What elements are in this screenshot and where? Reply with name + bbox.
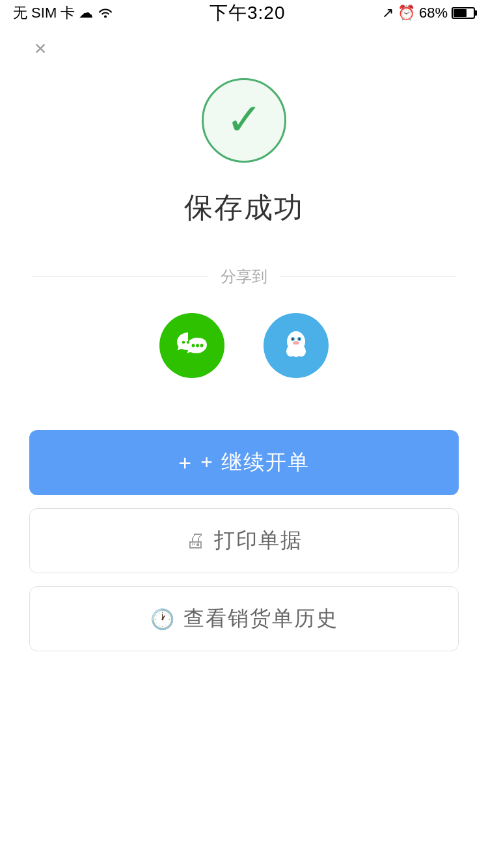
history-icon: 🕐 [150,608,176,631]
svg-point-4 [182,341,185,344]
location-icon: ↗ [382,5,394,21]
battery-icon [452,7,475,19]
history-button[interactable]: 🕐 查看销货单历史 [29,586,459,651]
svg-point-5 [187,341,189,344]
svg-point-13 [287,346,292,353]
svg-point-10 [292,338,294,340]
status-time: 下午3:20 [210,1,286,25]
svg-point-2 [196,344,199,347]
svg-point-1 [192,344,195,347]
wechat-icon [172,326,211,365]
divider-line-right [280,277,455,277]
printer-icon: 🖨 [185,530,206,552]
main-content: ✓ 保存成功 分享到 [0,26,488,868]
status-right: ↗ ⏰ 68% [382,5,475,21]
battery-text: 68% [419,5,448,21]
qq-icon [277,326,316,365]
share-icons-row [159,313,329,378]
svg-point-3 [200,344,204,347]
share-label: 分享到 [208,266,280,287]
divider-line-left [33,277,208,277]
continue-order-label: + 继续开单 [200,448,310,477]
svg-point-11 [299,338,301,340]
share-divider: 分享到 [0,266,488,287]
wechat-share-button[interactable] [159,313,224,378]
wifi-icon [98,5,113,21]
print-label: 打印单据 [214,526,303,555]
success-icon-circle: ✓ [202,78,286,163]
svg-point-14 [300,346,305,353]
continue-order-button[interactable]: + + 继续开单 [29,430,459,495]
history-label: 查看销货单历史 [183,604,338,633]
qq-share-button[interactable] [264,313,329,378]
action-buttons: + + 继续开单 🖨 打印单据 🕐 查看销货单历史 [29,430,459,651]
alarm-icon: ⏰ [398,5,415,21]
no-sim-text: 无 SIM 卡 ☁ [13,3,93,23]
checkmark-icon: ✓ [226,97,263,141]
plus-icon: + [178,450,193,476]
print-button[interactable]: 🖨 打印单据 [29,508,459,573]
status-left: 无 SIM 卡 ☁ [13,3,113,23]
status-bar: 无 SIM 卡 ☁ 下午3:20 ↗ ⏰ 68% [0,0,488,26]
success-title: 保存成功 [184,189,304,227]
